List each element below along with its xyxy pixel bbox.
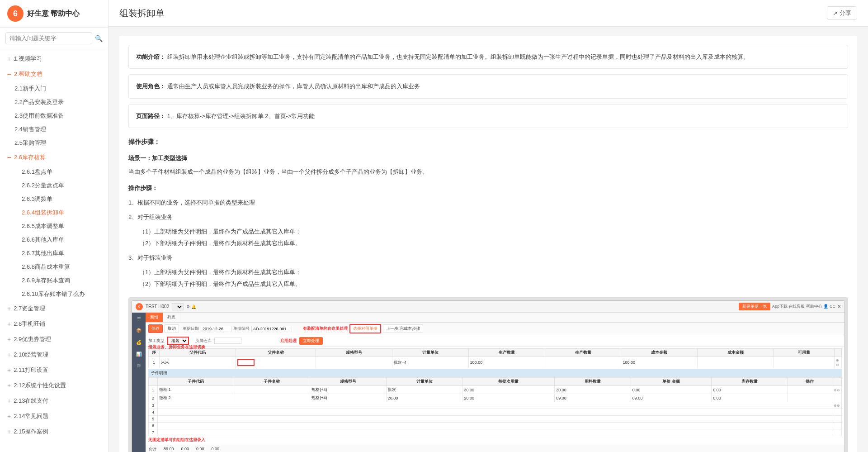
mock-sub-td-code2: 微框 2 [158, 394, 234, 402]
mock-sub-td-qty2-2: 89.00 [555, 394, 631, 402]
sidebar-item-2-10[interactable]: + 2.10经营管理 [0, 347, 108, 362]
mock-icons: ⚙ 🔔 [186, 305, 196, 309]
main-header: 组装拆卸单 ↗ 分享 [108, 0, 868, 27]
mock-save-btn[interactable]: 保存 [148, 324, 163, 333]
plus-icon-2-15: + [7, 428, 11, 435]
sidebar-item-2-15[interactable]: + 2.15操作案例 [0, 424, 108, 439]
mock-sub-td-ops2 [788, 394, 832, 402]
search-box: 🔍 [0, 28, 108, 49]
mock-order-input[interactable] [251, 326, 292, 332]
mock-sub-row-icon[interactable]: ⊕⊖ [834, 388, 840, 392]
mock-td-code1: 米米 [160, 357, 236, 368]
sidebar-item-2-6-6[interactable]: 2.6.6其他入库单 [0, 233, 108, 247]
mock-date-input[interactable] [201, 326, 231, 332]
sidebar-item-2-14[interactable]: + 2.14常见问题 [0, 409, 108, 424]
mock-name-input-1[interactable] [237, 359, 255, 366]
sidebar-item-video[interactable]: + 1.视频学习 [0, 51, 108, 67]
sidebar-item-docs[interactable]: – 2.帮助文档 [0, 67, 108, 82]
mock-tab-list[interactable]: 列表 [163, 313, 180, 322]
search-input[interactable] [5, 32, 92, 44]
sidebar-item-2-11[interactable]: + 2.11打印设置 [0, 362, 108, 378]
mock-config-btn[interactable]: 选择对照单据 [349, 324, 381, 333]
sidebar-item-2-8[interactable]: + 2.8手机旺铺 [0, 316, 108, 332]
mock-footer-total1: 合计 [148, 447, 156, 452]
share-button[interactable]: ↗ 分享 [827, 6, 857, 20]
step3-sub1: （1）上部明细为父件明细，最终作为原材料生成其它出库单； [139, 266, 848, 278]
mock-enable-btn[interactable]: 立即处理 [299, 337, 323, 345]
mock-nav-icon-1[interactable]: ☰ [132, 313, 146, 324]
mock-nav-icon-5[interactable]: 间 [132, 360, 146, 371]
mock-sub-td-avail2: 0.00 [712, 394, 788, 402]
mock-footer-v1: 89.00 [164, 447, 174, 452]
mock-sub-table-header: 子件明细 [148, 369, 842, 377]
page-title: 组装拆卸单 [119, 7, 165, 19]
mock-td-avail1 [774, 357, 835, 368]
mock-sub-td-empty3 [158, 402, 832, 409]
sidebar-item-2-6-5[interactable]: 2.6.5成本调整单 [0, 219, 108, 233]
mock-sub-td-qty1-2: 20.00 [462, 394, 555, 402]
mock-order-label: 单据编号 [233, 326, 250, 332]
sidebar-item-2-6-3[interactable]: 2.6.3调拨单 [0, 192, 108, 206]
sidebar-item-2-7[interactable]: + 2.7资金管理 [0, 301, 108, 316]
mock-sub-td-unit2: 20.00 [386, 394, 462, 402]
mock-child-row-7: 7 [149, 429, 842, 436]
minus-icon: – [7, 70, 11, 78]
mock-close-icon[interactable]: ✕ [837, 304, 841, 309]
sidebar-item-2-3[interactable]: 2.3使用前数据准备 [0, 109, 108, 123]
mock-tab-new[interactable]: 新增 [146, 313, 163, 322]
mock-sub-th-ops: 操作 [788, 378, 832, 386]
mock-sub-th-code: 子件代码 [158, 378, 234, 386]
mock-td-cost1-1: 100.00 [621, 357, 698, 368]
sidebar-item-2-6-1[interactable]: 2.6.1盘点单 [0, 165, 108, 179]
search-icon[interactable]: 🔍 [95, 35, 103, 42]
mock-sub-row-icon-3[interactable]: ⊕⊖ [834, 404, 840, 408]
step1: 1、根据不同的业务，选择不同单据的类型来处理 [128, 197, 848, 209]
mock-action-btn[interactable]: 上一步 完成本步骤 [383, 324, 423, 333]
mock-sub-td-seq6: 6 [149, 423, 158, 429]
sidebar-item-2-6-8[interactable]: 2.6.8商品成本重算 [0, 260, 108, 274]
mock-sub-th-spec: 规格型号 [310, 378, 387, 386]
mock-nav-icon-2[interactable]: 📦 [132, 324, 146, 336]
mock-body: ☰ 📦 💰 📊 间 新增 列表 [132, 313, 844, 452]
mock-type-select[interactable]: 组装 拆卸 [167, 337, 189, 345]
step2: 2、对于组装业务 [128, 211, 848, 223]
mock-company-select[interactable] [172, 303, 184, 310]
role-block: 使用角色： 通常由生产人员或库管人员完成拆装业务的操作，库管人员确认原材料的出库… [128, 74, 848, 98]
mock-row-ops-icon[interactable]: ⊕ ⊖ [836, 358, 839, 367]
mock-footer-v3: 0.00 [196, 447, 204, 452]
plus-icon-2-13: + [7, 397, 11, 404]
mock-warehouse-label: 所属仓库 [195, 338, 212, 344]
mock-logo: 6 [136, 303, 143, 310]
sidebar-item-2-13[interactable]: + 2.13在线支付 [0, 393, 108, 409]
mock-sub-td-avail1: 0.00 [712, 386, 788, 394]
sidebar-item-2-6-7[interactable]: 2.6.7其他出库单 [0, 247, 108, 260]
step3-sub2: （2）下部明细为子件明细，最终作为产成品生成其它入库单。 [139, 278, 848, 290]
mock-warehouse-input[interactable] [214, 338, 241, 344]
sidebar-item-2-1[interactable]: 2.1新手入门 [0, 82, 108, 95]
sidebar-item-2-2[interactable]: 2.2产品安装及登录 [0, 95, 108, 109]
mock-nav-icon-4[interactable]: 📊 [132, 348, 146, 360]
sidebar-item-2-6-9[interactable]: 2.6.9库存账本查询 [0, 274, 108, 287]
mock-main-area: 新增 列表 保存 取消 单据日期 单据编号 [146, 313, 844, 452]
mock-right-icons: App下载 在线客服 帮助中心 👤 CC [772, 304, 835, 309]
mock-new-btn[interactable]: 新建单据一览 [739, 303, 770, 310]
mock-topbar: 6 TEST-H002 ⚙ 🔔 新建单据一览 App下载 在线客服 帮助中心 👤… [132, 301, 844, 313]
mock-sub-th-seq [149, 378, 158, 386]
sidebar-item-2-12[interactable]: + 2.12系统个性化设置 [0, 378, 108, 393]
mock-nav-icon-3[interactable]: 💰 [132, 336, 146, 348]
plus-icon-2-14: + [7, 413, 11, 420]
annotation-2-wrapper: 组装业务、拆卸业务在这里切换 [148, 344, 205, 350]
mock-toolbar: 保存 取消 单据日期 单据编号 有装配清单的在这里处理 选择对照单据 [146, 323, 844, 335]
step2-sub2: （2）下部明细为子件明细，最终作为原材料生成其它出库单。 [139, 238, 848, 249]
sidebar-item-2-6-4[interactable]: 2.6.4组装拆卸单 [0, 206, 108, 219]
screenshot-mockup: 6 TEST-H002 ⚙ 🔔 新建单据一览 App下载 在线客服 帮助中心 👤… [128, 297, 848, 452]
sidebar-item-2-9[interactable]: + 2.9优惠券管理 [0, 332, 108, 347]
sidebar-item-2-6-10[interactable]: 2.6.10库存账本错了么办 [0, 287, 108, 301]
sidebar-item-2-4[interactable]: 2.4销售管理 [0, 123, 108, 136]
role-label: 使用角色： [136, 83, 165, 90]
sidebar-item-2-6-2[interactable]: 2.6.2分量盘点单 [0, 179, 108, 192]
sidebar-item-2-6[interactable]: – 2.6库存核算 [0, 150, 108, 165]
function-intro-label: 功能介绍： [136, 53, 165, 60]
sidebar-item-2-5[interactable]: 2.5采购管理 [0, 136, 108, 150]
mock-cancel-btn[interactable]: 取消 [165, 324, 179, 333]
